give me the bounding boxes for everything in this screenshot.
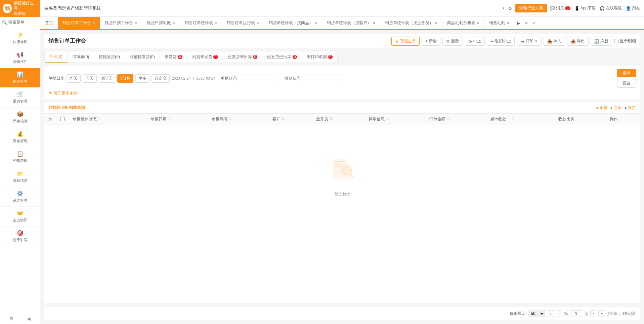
experience-btn[interactable]: 体验行业方案 bbox=[515, 4, 547, 12]
table-header-row: ⚙ 单据整体状态 ⇅ 单据日期 ⇅ 单据编号 bbox=[44, 114, 640, 125]
tab-sales-stats-customer[interactable]: 销货单统计表（按客户） ✕ bbox=[322, 17, 380, 29]
tab-sales-order-stats[interactable]: 销售订单统计表 ✕ bbox=[180, 17, 222, 29]
next-page-btn[interactable]: › bbox=[590, 310, 596, 317]
date-btn-custom[interactable]: 自定义 bbox=[152, 74, 170, 83]
system-dropdown-icon[interactable]: ▼ bbox=[502, 6, 505, 10]
page-size-select[interactable]: 20 50 100 200 bbox=[528, 310, 545, 317]
refresh-btn[interactable]: 🔄 刷新 bbox=[591, 37, 612, 46]
sort-collected-icon[interactable]: ⇅ bbox=[511, 117, 514, 121]
last-page-btn[interactable]: » bbox=[598, 310, 605, 317]
tab-sales-stats-product[interactable]: 销货单统计表（按商品） ✕ bbox=[264, 17, 322, 29]
review-action-btn[interactable]: ● 审核 bbox=[596, 105, 607, 111]
sidebar-item-enterprise[interactable]: 🤝 企业协同 bbox=[0, 207, 40, 227]
sub-tab-not-shipped[interactable]: 未发货 0 bbox=[160, 52, 187, 62]
app-download-btn[interactable]: 📱 App下载 bbox=[574, 5, 596, 11]
tab-product-margin[interactable]: 商品毛利分析表 ✕ bbox=[442, 17, 484, 29]
query-btn[interactable]: 查询 bbox=[617, 69, 636, 77]
tab-cash-daily[interactable]: 钱货日清工作台 ✕ bbox=[100, 17, 142, 29]
sales-icon: 📊 bbox=[17, 71, 24, 78]
tab-sales-stats-salesman[interactable]: 销货单统计表（按业务员） ✕ bbox=[380, 17, 442, 29]
sidebar-item-system[interactable]: ⚙️ 系统管理 bbox=[0, 187, 40, 207]
expand-more-btn[interactable]: ▼ 展开更多条件 bbox=[48, 90, 78, 96]
export-btn[interactable]: 📤 导出 bbox=[567, 37, 589, 46]
setting-btn[interactable]: 设置 bbox=[617, 79, 636, 88]
tab-close-sales-order-exec[interactable]: ✕ bbox=[256, 21, 259, 25]
sidebar-item-quick-nav[interactable]: ⚡ 快捷导航 bbox=[0, 28, 40, 48]
online-service-btn[interactable]: 🎧 在线客服 bbox=[600, 5, 622, 11]
col-check-all[interactable] bbox=[56, 114, 69, 125]
sub-tab-shipped-outstock[interactable]: 已发货已出库 0 bbox=[262, 52, 302, 62]
tab-close-sales-stats-salesman[interactable]: ✕ bbox=[435, 21, 437, 25]
sub-tab-expired-not-shipped[interactable]: 到期未发货 0 bbox=[187, 52, 223, 62]
print-btn[interactable]: 🖨 打印 ▼ bbox=[517, 37, 542, 46]
sidebar-item-inventory[interactable]: 📦 库存核算 bbox=[0, 108, 40, 127]
smart-generate-btn[interactable]: ★ 智能生单 bbox=[391, 37, 420, 46]
tab-close-all-btn[interactable]: ✕ bbox=[523, 18, 530, 28]
sidebar-item-basic[interactable]: 📁 基础信息 bbox=[0, 167, 40, 187]
tab-close-sales-stats-customer[interactable]: ✕ bbox=[373, 21, 375, 25]
delete-btn[interactable]: 🗑 删除 bbox=[442, 37, 463, 46]
tab-sales-order-exec[interactable]: 销售订单执行表 ✕ bbox=[222, 17, 264, 29]
tab-more-btn[interactable]: ▶ bbox=[514, 18, 523, 28]
sort-amount-icon[interactable]: ⇅ bbox=[447, 117, 450, 121]
tab-close-sales-order-workbench[interactable]: ✕ bbox=[92, 21, 95, 25]
col-settings-icon[interactable]: ⚙ bbox=[44, 114, 56, 125]
sidebar-item-purchase[interactable]: 🛒 采购管理 bbox=[0, 88, 40, 108]
date-btn-1month[interactable]: 近1月 bbox=[117, 74, 134, 83]
cancel-stop-btn[interactable]: ↩ 取消中止 bbox=[487, 37, 515, 46]
sidebar-item-sales[interactable]: 📊 销售管理 bbox=[0, 68, 40, 88]
user-btn[interactable]: 👤 用友 bbox=[626, 5, 640, 11]
ship-action-btn[interactable]: ● 发货 bbox=[625, 105, 636, 111]
current-page-input[interactable] bbox=[570, 310, 582, 317]
horizontal-scrollbar[interactable] bbox=[44, 303, 640, 307]
sidebar-item-marketing[interactable]: 📢 营销推广 bbox=[0, 48, 40, 68]
sort-abnormal-icon[interactable]: ⇅ bbox=[386, 117, 389, 121]
sub-tab-all[interactable]: 全部(0) bbox=[45, 51, 68, 63]
tab-close-cash-reconcile[interactable]: ✕ bbox=[172, 21, 175, 25]
first-page-btn[interactable]: « bbox=[547, 310, 554, 317]
sub-tab-pending-review[interactable]: 待审核(0) bbox=[68, 52, 94, 62]
prev-page-btn[interactable]: ‹ bbox=[556, 310, 562, 317]
payment-select[interactable] bbox=[303, 75, 343, 82]
sort-status-icon[interactable]: ⇅ bbox=[98, 117, 101, 121]
status-select[interactable] bbox=[239, 75, 279, 82]
sub-tab-wangpu-pending[interactable]: 旺铺待发货(0) bbox=[125, 52, 160, 62]
stop-btn[interactable]: ⊘ 中止 bbox=[465, 37, 485, 46]
sort-salesman-icon[interactable]: ⇅ bbox=[329, 117, 333, 121]
tab-close-sales-more[interactable]: ✕ bbox=[507, 21, 509, 25]
collapse-sidebar-icon[interactable]: ◀ bbox=[27, 316, 31, 321]
tab-cash-reconcile[interactable]: 钱货日清对账 ✕ bbox=[142, 17, 180, 29]
sub-tab-not-printed[interactable]: 未打印单据 0 bbox=[302, 52, 337, 62]
date-btn-today[interactable]: 今天 bbox=[83, 74, 97, 83]
select-all-checkbox[interactable] bbox=[60, 117, 65, 121]
cancel-review-action-btn[interactable]: ● 弃审 bbox=[610, 105, 622, 111]
tab-home[interactable]: 首页 bbox=[40, 17, 58, 29]
import-btn[interactable]: 📥 导入 bbox=[544, 37, 565, 46]
page-header: 销售订单工作台 ★ 智能生单 + 新增 🗑 删除 ⊘ 中止 bbox=[44, 34, 640, 48]
tab-sales-order-workbench[interactable]: 销售订单工作台 ✕ bbox=[58, 17, 100, 29]
tab-close-product-margin[interactable]: ✕ bbox=[477, 21, 479, 25]
add-btn[interactable]: + 新增 bbox=[422, 37, 440, 46]
tab-expand-btn[interactable]: ⤢ bbox=[530, 18, 538, 28]
tab-close-sales-stats-product[interactable]: ✕ bbox=[314, 21, 317, 25]
sub-tab-shipped-not-outstock[interactable]: 已发货未出库 0 bbox=[223, 52, 263, 62]
show-detail-checkbox[interactable] bbox=[614, 39, 618, 43]
sidebar-item-finance[interactable]: 💰 资金管理 bbox=[0, 127, 40, 147]
sort-number-icon[interactable]: ⇅ bbox=[229, 117, 232, 121]
tab-close-sales-order-stats[interactable]: ✕ bbox=[214, 21, 217, 25]
tab-close-cash-daily[interactable]: ✕ bbox=[134, 21, 137, 25]
sidebar-item-guide[interactable]: 🎯 新手引导 bbox=[0, 227, 40, 246]
header-gear-icon[interactable]: ⚙ bbox=[508, 6, 512, 11]
sort-customer-icon[interactable]: ⇅ bbox=[282, 117, 285, 121]
date-btn-yesterday[interactable]: 昨天 bbox=[67, 74, 81, 83]
tab-sales-more[interactable]: 销售毛利 ✕ bbox=[484, 17, 514, 29]
message-btn[interactable]: 💬 消息 6 bbox=[550, 5, 570, 11]
sub-tab-pending-inspect[interactable]: 待拣验货(0) bbox=[94, 52, 125, 62]
sort-date-icon[interactable]: ⇅ bbox=[168, 117, 171, 121]
date-btn-more[interactable]: 更多 bbox=[135, 74, 149, 83]
settings-gear-icon[interactable]: ⚙ bbox=[9, 316, 14, 321]
sidebar-item-operation[interactable]: 📋 经营管理 bbox=[0, 147, 40, 167]
date-btn-7days[interactable]: 近7天 bbox=[99, 74, 115, 83]
sidebar-item-search[interactable]: 🔍 搜索菜单 bbox=[0, 17, 40, 28]
page-actions: ★ 智能生单 + 新增 🗑 删除 ⊘ 中止 ↩ 取消中止 bbox=[391, 37, 636, 46]
